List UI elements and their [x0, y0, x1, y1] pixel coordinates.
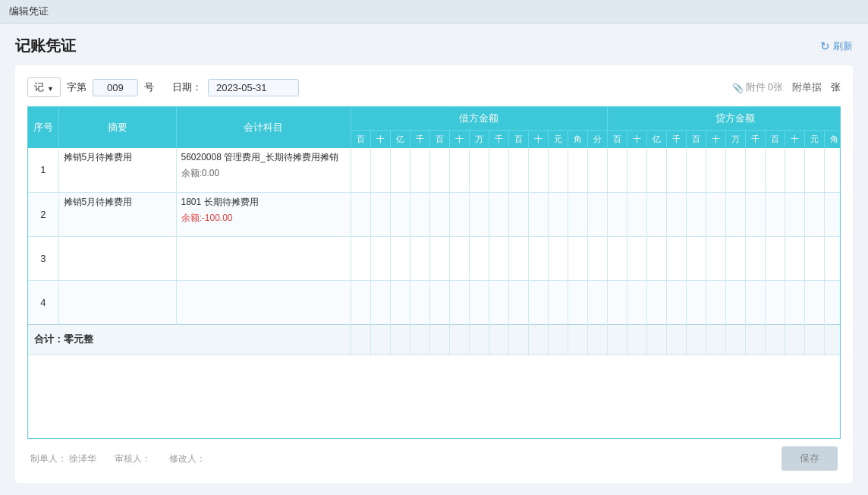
- row4-summary[interactable]: [58, 280, 176, 324]
- row1-d9[interactable]: [508, 148, 528, 192]
- row1-summary[interactable]: 摊销5月待摊费用: [58, 148, 176, 192]
- row3-d9[interactable]: [508, 236, 528, 280]
- row1-c3[interactable]: [646, 148, 666, 192]
- row3-c7[interactable]: [725, 236, 745, 280]
- row3-d10[interactable]: [528, 236, 548, 280]
- row2-d4[interactable]: [410, 192, 429, 236]
- row4-c1[interactable]: [607, 280, 627, 324]
- row2-c5[interactable]: [686, 192, 706, 236]
- row4-d9[interactable]: [508, 280, 528, 324]
- row1-d7[interactable]: [469, 148, 489, 192]
- row3-c4[interactable]: [666, 236, 686, 280]
- row1-d2[interactable]: [370, 148, 390, 192]
- row4-d4[interactable]: [410, 280, 429, 324]
- row1-c8[interactable]: [745, 148, 765, 192]
- attach-link[interactable]: 附件 0张: [732, 80, 783, 94]
- row3-d3[interactable]: [390, 236, 410, 280]
- row4-c4[interactable]: [666, 280, 686, 324]
- row2-d8[interactable]: [489, 192, 508, 236]
- row1-c12[interactable]: [824, 148, 841, 192]
- row2-d1[interactable]: [351, 192, 370, 236]
- row2-c7[interactable]: [725, 192, 745, 236]
- row4-d8[interactable]: [489, 280, 508, 324]
- row4-c11[interactable]: [804, 280, 824, 324]
- row2-c11[interactable]: [804, 192, 824, 236]
- row3-c6[interactable]: [706, 236, 725, 280]
- refresh-button[interactable]: 刷新: [820, 39, 853, 53]
- row1-d5[interactable]: [429, 148, 449, 192]
- row3-d8[interactable]: [489, 236, 508, 280]
- row3-d5[interactable]: [429, 236, 449, 280]
- row2-c8[interactable]: [745, 192, 765, 236]
- row1-d8[interactable]: [489, 148, 508, 192]
- row3-c2[interactable]: [627, 236, 646, 280]
- row1-account[interactable]: 56020008 管理费用_长期待摊费用摊销 余额:0.00: [176, 148, 351, 192]
- row2-c9[interactable]: [765, 192, 785, 236]
- row4-d1[interactable]: [351, 280, 370, 324]
- row1-d6[interactable]: [449, 148, 469, 192]
- voucher-number-input[interactable]: [93, 79, 138, 96]
- row4-d12[interactable]: [568, 280, 587, 324]
- row4-account[interactable]: [176, 280, 351, 324]
- row2-c4[interactable]: [666, 192, 686, 236]
- row2-d12[interactable]: [568, 192, 587, 236]
- row4-d13[interactable]: [587, 280, 607, 324]
- row2-c3[interactable]: [646, 192, 666, 236]
- row2-c2[interactable]: [627, 192, 646, 236]
- row1-c4[interactable]: [666, 148, 686, 192]
- row4-d6[interactable]: [449, 280, 469, 324]
- row4-c12[interactable]: [824, 280, 841, 324]
- row2-c6[interactable]: [706, 192, 725, 236]
- date-input[interactable]: [208, 79, 299, 96]
- row4-c10[interactable]: [785, 280, 804, 324]
- row3-d2[interactable]: [370, 236, 390, 280]
- row1-c1[interactable]: [607, 148, 627, 192]
- row2-d9[interactable]: [508, 192, 528, 236]
- row3-d13[interactable]: [587, 236, 607, 280]
- row3-c3[interactable]: [646, 236, 666, 280]
- row3-d7[interactable]: [469, 236, 489, 280]
- row2-c1[interactable]: [607, 192, 627, 236]
- row1-d13[interactable]: [587, 148, 607, 192]
- row4-c2[interactable]: [627, 280, 646, 324]
- row1-d3[interactable]: [390, 148, 410, 192]
- row4-c9[interactable]: [765, 280, 785, 324]
- row3-d1[interactable]: [351, 236, 370, 280]
- row2-d7[interactable]: [469, 192, 489, 236]
- row1-c10[interactable]: [785, 148, 804, 192]
- row3-d12[interactable]: [568, 236, 587, 280]
- row1-c11[interactable]: [804, 148, 824, 192]
- save-button[interactable]: 保存: [782, 446, 838, 471]
- row3-c11[interactable]: [804, 236, 824, 280]
- row2-d3[interactable]: [390, 192, 410, 236]
- row2-c12[interactable]: [824, 192, 841, 236]
- row4-c3[interactable]: [646, 280, 666, 324]
- row1-d12[interactable]: [568, 148, 587, 192]
- row3-c12[interactable]: [824, 236, 841, 280]
- row4-d5[interactable]: [429, 280, 449, 324]
- row2-summary[interactable]: 摊销5月待摊费用: [58, 192, 176, 236]
- row3-summary[interactable]: [58, 236, 176, 280]
- row3-c8[interactable]: [745, 236, 765, 280]
- row4-c7[interactable]: [725, 280, 745, 324]
- row3-account[interactable]: [176, 236, 351, 280]
- row1-d11[interactable]: [548, 148, 568, 192]
- row3-c9[interactable]: [765, 236, 785, 280]
- row3-d6[interactable]: [449, 236, 469, 280]
- row2-d5[interactable]: [429, 192, 449, 236]
- row4-d2[interactable]: [370, 280, 390, 324]
- row4-d3[interactable]: [390, 280, 410, 324]
- row2-c10[interactable]: [785, 192, 804, 236]
- row1-d1[interactable]: [351, 148, 370, 192]
- row1-c2[interactable]: [627, 148, 646, 192]
- row4-c5[interactable]: [686, 280, 706, 324]
- row2-d6[interactable]: [449, 192, 469, 236]
- row2-d13[interactable]: [587, 192, 607, 236]
- row1-c6[interactable]: [706, 148, 725, 192]
- row4-c6[interactable]: [706, 280, 725, 324]
- row3-d4[interactable]: [410, 236, 429, 280]
- row1-d4[interactable]: [410, 148, 429, 192]
- row4-d11[interactable]: [548, 280, 568, 324]
- row2-d10[interactable]: [528, 192, 548, 236]
- row3-c5[interactable]: [686, 236, 706, 280]
